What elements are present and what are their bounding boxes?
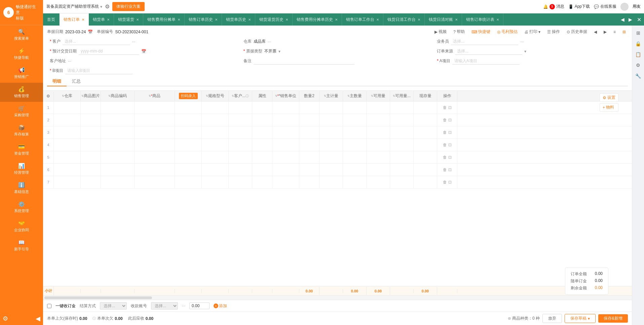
view-video-btn[interactable]: ▶ 视频 [432, 28, 449, 35]
row-3-unit[interactable] [272, 126, 299, 138]
row-3-customer[interactable] [229, 126, 252, 138]
tab-next-icon[interactable]: ▶ [627, 17, 634, 22]
calendar-icon[interactable]: 📅 [88, 30, 93, 34]
row-7-main-qty[interactable] [343, 176, 367, 188]
row-7-avail[interactable] [367, 176, 390, 188]
row-delete-icon[interactable]: 🗑 [443, 180, 447, 185]
industry-plan-button[interactable]: 体验行业方案 [112, 2, 145, 11]
row-1-product[interactable] [135, 101, 175, 114]
notification-item[interactable]: 🔔 9 消息 [543, 4, 564, 9]
operations-btn[interactable]: ☰ 操作 [545, 28, 562, 35]
row-copy-icon[interactable]: ⊡ [448, 155, 452, 160]
dropdown-icon[interactable]: ▾ [588, 316, 590, 321]
order-source-input[interactable] [455, 48, 522, 55]
profit-btn[interactable]: ◎ 毛利预估 [495, 28, 520, 35]
col-header-unit[interactable]: ⇅ * *销售单位 [272, 91, 299, 101]
row-2-qty2[interactable] [299, 114, 319, 126]
row-5-warehouse[interactable] [54, 151, 81, 163]
row-copy-icon[interactable]: ⊡ [448, 105, 452, 110]
col-header-customer[interactable]: ⇅ 客户... ⓘ [229, 91, 252, 101]
row-2-unit[interactable] [272, 114, 299, 126]
tab-close-all-icon[interactable]: ✕ [634, 16, 644, 23]
row-delete-icon[interactable]: 🗑 [443, 167, 447, 172]
row-7-unit[interactable] [272, 176, 299, 188]
tab-invoice-history[interactable]: 销货单历史 ✕ [222, 13, 255, 26]
row-3-avail[interactable] [367, 126, 390, 138]
col-header-product[interactable]: ⇅ * 商品 [135, 91, 175, 101]
row-copy-icon[interactable]: ⊡ [448, 180, 452, 185]
sidebar-item-finance[interactable]: 💳 资金管理 [0, 140, 43, 159]
row-1-qty2[interactable] [299, 101, 319, 114]
col-header-warehouse[interactable]: ⇅ 仓库 [54, 91, 81, 101]
row-6-warehouse[interactable] [54, 164, 81, 176]
row-6-customer[interactable] [229, 164, 252, 176]
row-2-main-unit[interactable] [319, 114, 343, 126]
print-dropdown-icon[interactable]: ▾ [538, 30, 540, 34]
row-5-avail[interactable] [367, 151, 390, 163]
help-circle-icon[interactable]: ⓘ [245, 94, 249, 98]
row-1-customer[interactable] [229, 101, 252, 114]
row-4-main-qty[interactable] [343, 139, 367, 151]
row-5-qty2[interactable] [299, 151, 319, 163]
row-1-avail[interactable] [367, 101, 390, 114]
row-5-scan[interactable] [175, 151, 202, 163]
right-panel-icon-2[interactable]: 🔒 [634, 39, 643, 48]
row-2-code[interactable] [101, 114, 135, 126]
tab-close-icon[interactable]: ✕ [335, 18, 338, 22]
row-4-unit[interactable] [272, 139, 299, 151]
tab-close-icon[interactable]: ✕ [215, 18, 218, 22]
row-3-qty2[interactable] [299, 126, 319, 138]
row-1-warehouse[interactable] [54, 101, 81, 114]
tab-sales-fee[interactable]: 销售费用分摊单 ✕ [143, 13, 185, 26]
amount-input[interactable] [189, 302, 210, 309]
row-7-main-unit[interactable] [319, 176, 343, 188]
col-header-main-unit[interactable]: ⇅ 主计量 [319, 91, 343, 101]
card-view-icon[interactable]: ⊞ [620, 29, 628, 35]
delivery-date-input[interactable] [79, 48, 139, 55]
row-7-scan[interactable] [175, 176, 202, 188]
scan-input-button[interactable]: 扫码录入 [179, 93, 198, 99]
sidebar-item-sales[interactable]: 💰 销售管理 [0, 83, 43, 102]
row-6-attr[interactable] [252, 164, 272, 176]
row-6-code[interactable] [101, 164, 135, 176]
row-6-qty2[interactable] [299, 164, 319, 176]
row-4-image[interactable] [81, 139, 101, 151]
right-panel-icon-4[interactable]: ⚙ [634, 60, 643, 70]
row-4-avail2[interactable] [390, 139, 414, 151]
sidebar-item-system[interactable]: ⚙️ 系统管理 [0, 198, 43, 217]
row-1-unit[interactable] [272, 101, 299, 114]
sidebar-item-guide[interactable]: 📖 新手引导 [0, 236, 43, 255]
collapse-icon[interactable]: ◀ [36, 315, 40, 322]
account-select[interactable]: 选择... [151, 302, 178, 310]
address-more-icon[interactable]: ··· [68, 59, 71, 64]
row-copy-icon[interactable]: ⊡ [448, 130, 452, 135]
tab-order-history[interactable]: 销售订单历史 ✕ [185, 13, 222, 26]
tab-close-icon[interactable]: ✕ [286, 18, 288, 22]
tab-prev-icon[interactable]: ◀ [619, 17, 627, 22]
tab-daily-workbench[interactable]: 钱货日清工作台 ✕ [383, 13, 425, 26]
invoice-dropdown-icon[interactable]: ▾ [278, 49, 280, 54]
row-7-qty2[interactable] [299, 176, 319, 188]
tab-close-icon[interactable]: ✕ [248, 18, 251, 22]
payment-select[interactable]: 选择... [100, 302, 127, 310]
tab-close-icon[interactable]: ✕ [178, 18, 180, 22]
row-1-attr[interactable] [252, 101, 272, 114]
row-3-main-qty[interactable] [343, 126, 367, 138]
row-7-product[interactable] [135, 176, 175, 188]
row-2-avail2[interactable] [390, 114, 414, 126]
tab-sales-return[interactable]: 销货退货 ✕ [114, 13, 143, 26]
row-4-warehouse[interactable] [54, 139, 81, 151]
row-2-attr[interactable] [252, 114, 272, 126]
history-btn[interactable]: ⊙ 历史单据 [565, 28, 589, 35]
row-2-avail[interactable] [367, 114, 390, 126]
col-header-avail2[interactable]: ⇅ 可用量... [390, 91, 414, 101]
add-material-button[interactable]: + 物料 [600, 103, 618, 112]
customer-more-icon[interactable]: ··· [132, 39, 135, 44]
sidebar-item-search[interactable]: 🔍 搜索菜单 [0, 25, 43, 44]
col-header-avail[interactable]: ⇅ 可用量 [367, 91, 390, 101]
row-7-code[interactable] [101, 176, 135, 188]
a-project-input[interactable] [452, 57, 520, 65]
row-2-scan[interactable] [175, 114, 202, 126]
row-6-image[interactable] [81, 164, 101, 176]
row-6-spec[interactable] [202, 164, 229, 176]
